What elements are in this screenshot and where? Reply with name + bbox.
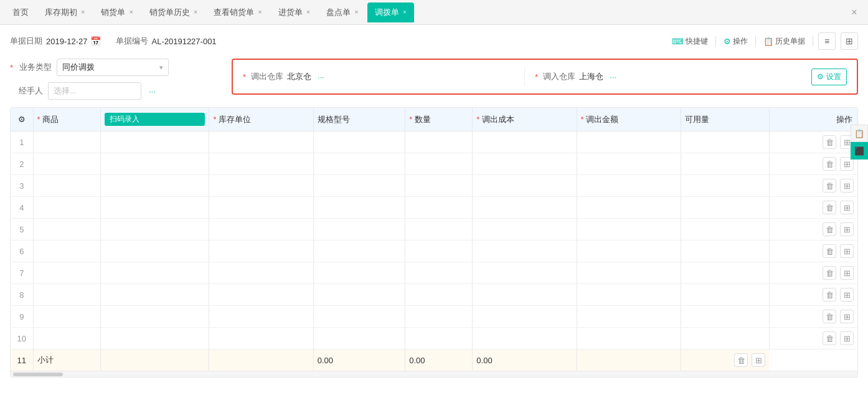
row-unit[interactable] bbox=[209, 328, 313, 350]
row-product[interactable] bbox=[33, 328, 100, 350]
row-cost[interactable] bbox=[473, 197, 577, 219]
transfer-out-more-icon[interactable]: ··· bbox=[318, 72, 324, 82]
row-qty[interactable] bbox=[405, 131, 473, 153]
row-cost[interactable] bbox=[473, 153, 577, 175]
row-spec[interactable] bbox=[313, 240, 405, 262]
row-product[interactable] bbox=[33, 240, 100, 262]
row-delete-button[interactable]: 🗑 bbox=[823, 135, 836, 149]
row-amount[interactable] bbox=[577, 240, 681, 262]
row-unit[interactable] bbox=[209, 153, 313, 175]
row-delete-button[interactable]: 🗑 bbox=[823, 157, 836, 171]
row-cost[interactable] bbox=[473, 175, 577, 197]
row-delete-button[interactable]: 🗑 bbox=[823, 179, 836, 193]
row-delete-button[interactable]: 🗑 bbox=[823, 288, 836, 302]
row-delete-button[interactable]: 🗑 bbox=[823, 201, 836, 214]
row-cost[interactable] bbox=[473, 306, 577, 328]
tab-view-sales-close[interactable]: × bbox=[258, 9, 262, 16]
tab-purchase-order-close[interactable]: × bbox=[306, 9, 310, 16]
row-delete-button[interactable]: 🗑 bbox=[823, 331, 836, 345]
history-button[interactable]: 📋 历史单据 bbox=[761, 35, 808, 48]
row-unit[interactable] bbox=[209, 240, 313, 262]
row-copy-button[interactable]: ⊞ bbox=[840, 244, 854, 258]
tab-home[interactable]: 首页 bbox=[5, 2, 36, 22]
row-qty[interactable] bbox=[405, 175, 473, 197]
tab-sales-order-close[interactable]: × bbox=[129, 9, 133, 16]
row-product[interactable] bbox=[33, 219, 100, 240]
row-spec[interactable] bbox=[313, 197, 405, 219]
row-unit[interactable] bbox=[209, 219, 313, 240]
row-spec[interactable] bbox=[313, 328, 405, 350]
row-amount[interactable] bbox=[577, 306, 681, 328]
row-delete-button[interactable]: 🗑 bbox=[823, 244, 836, 258]
row-amount[interactable] bbox=[577, 328, 681, 350]
row-spec[interactable] bbox=[313, 262, 405, 284]
row-qty[interactable] bbox=[405, 240, 473, 262]
layout-grid-icon[interactable]: ⊞ bbox=[841, 32, 858, 50]
tab-sales-order[interactable]: 销货单 × bbox=[93, 2, 140, 22]
row-cost[interactable] bbox=[473, 262, 577, 284]
row-unit[interactable] bbox=[209, 131, 313, 153]
tab-inventory-open-close[interactable]: × bbox=[81, 9, 85, 16]
row-amount[interactable] bbox=[577, 197, 681, 219]
operator-input[interactable]: 选择... bbox=[48, 82, 141, 100]
row-product[interactable] bbox=[33, 284, 100, 306]
row-amount[interactable] bbox=[577, 153, 681, 175]
row-copy-button[interactable]: ⊞ bbox=[752, 353, 765, 367]
tab-sales-history-close[interactable]: × bbox=[194, 9, 197, 16]
row-qty[interactable] bbox=[405, 219, 473, 240]
row-product[interactable] bbox=[33, 197, 100, 219]
row-unit[interactable] bbox=[209, 262, 313, 284]
row-product[interactable] bbox=[33, 306, 100, 328]
tab-inventory-check[interactable]: 盘点单 × bbox=[319, 2, 366, 22]
row-copy-button[interactable]: ⊞ bbox=[840, 222, 854, 236]
row-unit[interactable] bbox=[209, 175, 313, 197]
row-amount[interactable] bbox=[577, 262, 681, 284]
row-delete-button[interactable]: 🗑 bbox=[823, 222, 836, 236]
row-qty[interactable] bbox=[405, 284, 473, 306]
row-qty[interactable] bbox=[405, 153, 473, 175]
row-copy-button[interactable]: ⊞ bbox=[840, 266, 854, 280]
tab-purchase-order[interactable]: 进货单 × bbox=[271, 2, 318, 22]
scroll-thumb[interactable] bbox=[13, 373, 63, 376]
row-qty[interactable] bbox=[405, 197, 473, 219]
row-amount[interactable] bbox=[577, 284, 681, 306]
row-amount[interactable] bbox=[577, 219, 681, 240]
tab-transfer-order[interactable]: 调拨单 × bbox=[367, 2, 414, 22]
scan-entry-button[interactable]: 扫码录入 bbox=[105, 113, 205, 126]
tab-sales-history[interactable]: 销货单历史 × bbox=[142, 2, 205, 22]
calendar-icon[interactable]: 📅 bbox=[90, 36, 101, 46]
row-spec[interactable] bbox=[313, 131, 405, 153]
tab-inventory-open[interactable]: 库存期初 × bbox=[37, 2, 92, 22]
row-qty[interactable] bbox=[405, 262, 473, 284]
row-unit[interactable] bbox=[209, 284, 313, 306]
row-qty[interactable] bbox=[405, 306, 473, 328]
tab-view-sales[interactable]: 查看销货单 × bbox=[206, 2, 269, 22]
row-delete-button[interactable]: 🗑 bbox=[823, 310, 836, 323]
operator-more-icon[interactable]: ··· bbox=[149, 87, 156, 96]
tab-transfer-order-close[interactable]: × bbox=[403, 9, 407, 16]
row-cost[interactable] bbox=[473, 240, 577, 262]
row-cost[interactable] bbox=[473, 328, 577, 350]
row-copy-button[interactable]: ⊞ bbox=[840, 288, 854, 302]
side-expand-icon[interactable]: ⬛ bbox=[851, 142, 868, 159]
window-close-button[interactable]: × bbox=[846, 4, 863, 21]
row-copy-button[interactable]: ⊞ bbox=[840, 201, 854, 214]
layout-list-icon[interactable]: ≡ bbox=[818, 32, 836, 50]
tab-inventory-check-close[interactable]: × bbox=[354, 9, 358, 16]
row-unit[interactable] bbox=[209, 197, 313, 219]
row-spec[interactable] bbox=[313, 153, 405, 175]
row-delete-button[interactable]: 🗑 bbox=[823, 266, 836, 280]
row-qty[interactable] bbox=[405, 328, 473, 350]
row-product[interactable] bbox=[33, 175, 100, 197]
row-copy-button[interactable]: ⊞ bbox=[840, 331, 854, 345]
horizontal-scrollbar[interactable] bbox=[11, 371, 857, 377]
row-product[interactable] bbox=[33, 262, 100, 284]
operation-button[interactable]: ⚙ 操作 bbox=[721, 35, 750, 48]
row-cost[interactable] bbox=[473, 219, 577, 240]
row-delete-button[interactable]: 🗑 bbox=[734, 353, 748, 367]
row-product[interactable] bbox=[33, 153, 100, 175]
business-type-select[interactable]: 同价调拨 ▾ bbox=[57, 59, 169, 76]
th-settings[interactable]: ⚙ bbox=[11, 108, 33, 131]
row-amount[interactable] bbox=[577, 131, 681, 153]
row-cost[interactable] bbox=[473, 284, 577, 306]
